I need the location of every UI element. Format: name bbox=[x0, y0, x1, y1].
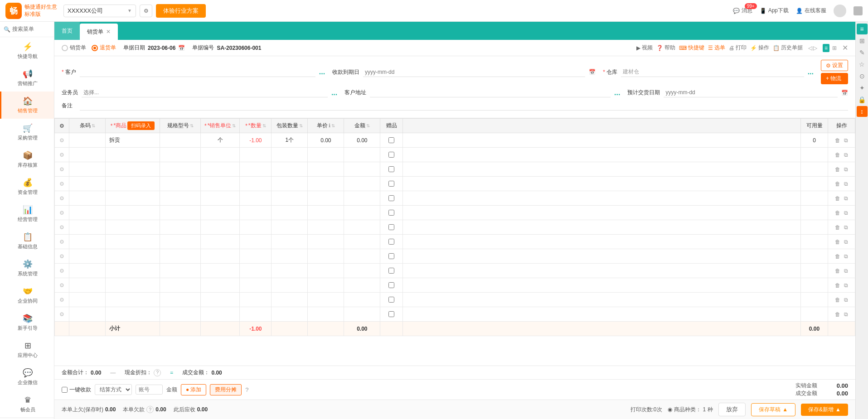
row-gift[interactable] bbox=[380, 249, 403, 264]
row-product[interactable] bbox=[106, 177, 160, 191]
sidebar-item-marketing[interactable]: 📢 营销推广 bbox=[0, 64, 54, 92]
row-product[interactable] bbox=[106, 235, 160, 249]
row-product[interactable] bbox=[106, 249, 160, 264]
sidebar-item-guide[interactable]: 📚 新手引导 bbox=[0, 309, 54, 336]
sidebar-item-system[interactable]: ⚙️ 系统管理 bbox=[0, 255, 54, 282]
row-price[interactable] bbox=[308, 235, 344, 249]
customer-addr-input[interactable] bbox=[370, 88, 611, 97]
sidebar-item-sales[interactable]: 🏠 销售管理 bbox=[0, 92, 54, 119]
save-draft-button[interactable]: 保存草稿 ▲ bbox=[751, 403, 795, 416]
remark-input[interactable] bbox=[80, 101, 848, 111]
right-tool-edit[interactable]: ✎ bbox=[857, 47, 868, 58]
row-spec[interactable] bbox=[160, 162, 201, 177]
row-spec[interactable] bbox=[160, 278, 201, 293]
add-payment-button[interactable]: ● 添加 bbox=[181, 384, 206, 395]
row-qty[interactable] bbox=[240, 220, 272, 235]
copy-icon[interactable]: ⧉ bbox=[844, 253, 848, 260]
row-barcode[interactable] bbox=[69, 206, 106, 220]
one-click-pay-checkbox[interactable] bbox=[62, 387, 68, 393]
right-tool-tag[interactable]: ✦ bbox=[857, 82, 868, 93]
list-view-icon[interactable]: ≡ bbox=[823, 44, 829, 52]
copy-icon[interactable]: ⧉ bbox=[844, 181, 848, 187]
logistics-button[interactable]: + 物流 bbox=[821, 73, 848, 84]
close-form-button[interactable]: ✕ bbox=[842, 43, 848, 52]
row-barcode[interactable] bbox=[69, 133, 106, 148]
row-gift[interactable] bbox=[380, 264, 403, 278]
row-product[interactable] bbox=[106, 293, 160, 307]
row-product[interactable] bbox=[106, 220, 160, 235]
salesperson-input[interactable] bbox=[82, 88, 328, 97]
tab-sales-order[interactable]: 销货单 ✕ bbox=[80, 24, 118, 40]
app-download-button[interactable]: 📱 App下载 bbox=[760, 7, 789, 14]
row-barcode[interactable] bbox=[69, 264, 106, 278]
avatar[interactable] bbox=[834, 5, 846, 17]
print-action[interactable]: 🖨 打印 bbox=[729, 44, 747, 52]
customer-addr-dots[interactable]: ... bbox=[614, 89, 620, 97]
row-spec[interactable] bbox=[160, 206, 201, 220]
tab-home[interactable]: 首页 bbox=[54, 22, 80, 40]
help-action[interactable]: ❓ 帮助 bbox=[656, 44, 675, 52]
row-spec[interactable] bbox=[160, 293, 201, 307]
copy-icon[interactable]: ⧉ bbox=[844, 239, 848, 245]
due-date-input[interactable] bbox=[363, 67, 585, 77]
warehouse-input[interactable] bbox=[621, 67, 804, 77]
row-product[interactable] bbox=[106, 148, 160, 162]
right-tool-orange[interactable]: ↕ bbox=[857, 106, 868, 117]
discard-button[interactable]: 放弃 bbox=[718, 403, 746, 416]
delete-icon[interactable]: 🗑 bbox=[835, 224, 840, 231]
search-menu-item[interactable]: 🔍 搜索菜单 bbox=[0, 22, 54, 37]
shortcut-action[interactable]: ⌨ 快捷键 bbox=[679, 44, 704, 52]
row-spec[interactable] bbox=[160, 148, 201, 162]
row-product[interactable] bbox=[106, 307, 160, 322]
right-tool-lock[interactable]: 🔒 bbox=[857, 94, 868, 105]
row-gift[interactable] bbox=[380, 307, 403, 322]
select-order-action[interactable]: ☰ 选单 bbox=[708, 44, 725, 52]
delete-icon[interactable]: 🗑 bbox=[835, 137, 840, 144]
video-action[interactable]: ▶ 视频 bbox=[636, 44, 653, 52]
return-order-radio[interactable]: 退货单 bbox=[92, 44, 116, 52]
row-barcode[interactable] bbox=[69, 162, 106, 177]
row-qty[interactable] bbox=[240, 177, 272, 191]
row-qty[interactable] bbox=[240, 148, 272, 162]
row-gift[interactable] bbox=[380, 220, 403, 235]
save-new-button[interactable]: 保存&新增 ▲ bbox=[801, 404, 848, 416]
settings-icon[interactable]: ⚙ bbox=[140, 5, 152, 17]
prev-icon[interactable]: ◁ bbox=[808, 45, 812, 51]
row-gift[interactable] bbox=[380, 133, 403, 148]
right-tool-grid[interactable]: ⊞ bbox=[857, 35, 868, 46]
row-product[interactable] bbox=[106, 206, 160, 220]
message-button[interactable]: 💬 消息 99+ bbox=[733, 7, 752, 14]
sidebar-item-wecom[interactable]: 💬 企业微信 bbox=[0, 363, 54, 390]
delete-icon[interactable]: 🗑 bbox=[835, 239, 840, 245]
delete-icon[interactable]: 🗑 bbox=[835, 311, 840, 318]
row-gift[interactable] bbox=[380, 293, 403, 307]
warehouse-dots[interactable]: ... bbox=[808, 68, 814, 76]
row-barcode[interactable] bbox=[69, 293, 106, 307]
row-price[interactable] bbox=[308, 220, 344, 235]
row-qty[interactable] bbox=[240, 264, 272, 278]
row-barcode[interactable] bbox=[69, 177, 106, 191]
tab-close-icon[interactable]: ✕ bbox=[106, 29, 111, 35]
user-menu-icon[interactable] bbox=[853, 6, 863, 15]
row-product[interactable] bbox=[106, 264, 160, 278]
delivery-date-calendar-icon[interactable]: 📅 bbox=[841, 90, 848, 96]
row-product[interactable]: 拆贡 bbox=[106, 133, 160, 148]
copy-icon[interactable]: ⧉ bbox=[844, 166, 848, 173]
copy-icon[interactable]: ⧉ bbox=[844, 195, 848, 202]
row-barcode[interactable] bbox=[69, 278, 106, 293]
row-price[interactable] bbox=[308, 206, 344, 220]
row-barcode[interactable] bbox=[69, 191, 106, 206]
product-kind[interactable]: ◉ 商品种类： 1 种 bbox=[668, 406, 713, 414]
operate-action[interactable]: ⚡ 操作 bbox=[750, 44, 769, 52]
fee-split-info-icon[interactable]: ? bbox=[245, 386, 248, 393]
account-input[interactable] bbox=[136, 385, 163, 395]
copy-icon[interactable]: ⧉ bbox=[844, 210, 848, 216]
row-barcode[interactable] bbox=[69, 249, 106, 264]
row-price[interactable] bbox=[308, 307, 344, 322]
customer-dots[interactable]: ... bbox=[319, 68, 325, 76]
sales-order-radio[interactable]: 销货单 bbox=[62, 44, 86, 52]
row-qty[interactable] bbox=[240, 307, 272, 322]
row-price[interactable] bbox=[308, 278, 344, 293]
delete-icon[interactable]: 🗑 bbox=[835, 210, 840, 216]
online-service-button[interactable]: 👤 在线客服 bbox=[796, 7, 826, 14]
